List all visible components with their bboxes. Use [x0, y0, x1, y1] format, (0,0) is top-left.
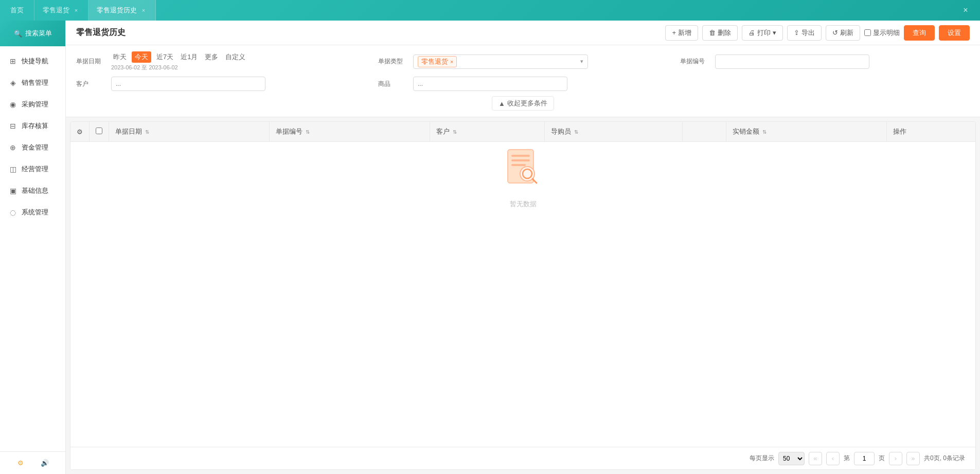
first-page-button[interactable]: «: [809, 452, 822, 465]
export-label: 导出: [801, 28, 815, 38]
date-shortcuts-wrapper: 昨天 今天 近7天 近1月 更多 自定义 2023-06-02 至 2023-0…: [111, 51, 247, 71]
system-icon: ◌: [8, 208, 17, 217]
tab-retail-return-close[interactable]: ×: [73, 7, 80, 14]
doc-type-tag-remove[interactable]: ×: [450, 59, 453, 65]
print-arrow-icon: ▾: [773, 29, 776, 37]
collapse-button[interactable]: ▲ 收起更多条件: [492, 96, 554, 111]
sidebar-item-basic-info-label: 基础信息: [22, 186, 48, 195]
query-button[interactable]: 查询: [904, 25, 935, 41]
next-page-icon: ›: [895, 454, 897, 462]
show-detail-checkbox-wrapper[interactable]: 显示明细: [864, 28, 900, 38]
th-guide-label: 导购员: [551, 127, 571, 135]
sidebar-item-operations[interactable]: ◫ 经营管理: [0, 158, 65, 180]
svg-rect-1: [511, 155, 530, 157]
date-shortcuts: 昨天 今天 近7天 近1月 更多 自定义: [111, 51, 247, 63]
customer-input[interactable]: [111, 77, 265, 91]
purchase-icon: ◉: [8, 100, 17, 109]
th-settings[interactable]: ⚙: [70, 122, 90, 142]
th-customer-label: 客户: [436, 127, 450, 135]
sidebar-item-inventory[interactable]: ⊟ 库存核算: [0, 115, 65, 137]
delete-button[interactable]: 🗑 删除: [702, 25, 738, 41]
tab-retail-return-history-close[interactable]: ×: [140, 7, 147, 14]
filter-area: 单据日期 昨天 今天 近7天 近1月 更多 自定义 2023-06-02 至 2…: [66, 45, 980, 117]
date-shortcut-custom[interactable]: 自定义: [223, 51, 247, 63]
page-label: 页: [879, 454, 885, 463]
date-shortcut-7days[interactable]: 近7天: [154, 51, 175, 63]
last-page-button[interactable]: »: [906, 452, 920, 465]
sidebar-item-system-mgmt[interactable]: ◌ 系统管理: [0, 202, 65, 223]
content-area: 零售退货历史 + 新增 🗑 删除 🖨 打印 ▾ ⇪ 导出: [66, 21, 980, 474]
sidebar-item-finance-label: 资金管理: [22, 143, 48, 152]
column-settings-icon[interactable]: ⚙: [77, 128, 83, 136]
prev-page-button[interactable]: ‹: [826, 452, 840, 465]
sidebar-item-operations-label: 经营管理: [22, 165, 48, 174]
refresh-button[interactable]: ↺ 刷新: [826, 25, 860, 41]
date-shortcut-more[interactable]: 更多: [203, 51, 220, 63]
sidebar-item-purchase-label: 采购管理: [22, 100, 48, 109]
tab-home-label: 首页: [10, 6, 24, 15]
th-doc-date-label: 单据日期: [115, 127, 142, 135]
tab-home[interactable]: 首页: [0, 0, 34, 21]
sidebar: 🔍 搜索菜单 ⊞ 快捷导航 ◈ 销售管理 ◉ 采购管理 ⊟ 库存核算 ⊕ 资金管: [0, 21, 66, 474]
sidebar-item-basic-info[interactable]: ▣ 基础信息: [0, 180, 65, 202]
th-doc-no-label: 单据编号: [276, 127, 302, 135]
print-button[interactable]: 🖨 打印 ▾: [742, 25, 783, 41]
tab-retail-return-label: 零售退货: [43, 6, 69, 15]
page-input[interactable]: [854, 452, 875, 465]
sidebar-search[interactable]: 🔍 搜索菜单: [0, 21, 65, 46]
per-page-select[interactable]: 20 50 100 200: [778, 452, 805, 465]
settings-bottom-button[interactable]: ⚙: [13, 455, 28, 471]
date-filter-field: 单据日期 昨天 今天 近7天 近1月 更多 自定义 2023-06-02 至 2…: [76, 51, 366, 71]
tab-retail-return[interactable]: 零售退货 ×: [34, 0, 88, 21]
date-shortcut-yesterday[interactable]: 昨天: [111, 51, 129, 63]
th-customer[interactable]: 客户 ⇅: [430, 122, 544, 142]
prev-page-icon: ‹: [832, 454, 834, 462]
tab-retail-return-history[interactable]: 零售退货历史 ×: [88, 0, 156, 21]
sales-icon: ◈: [8, 78, 17, 87]
date-filter-label: 单据日期: [76, 57, 107, 66]
show-detail-label: 显示明细: [873, 28, 900, 38]
add-label: 新增: [678, 28, 691, 38]
date-shortcut-1month[interactable]: 近1月: [179, 51, 200, 63]
print-icon: 🖨: [749, 29, 755, 37]
sidebar-item-inventory-label: 库存核算: [22, 121, 48, 131]
collapse-label: 收起更多条件: [507, 99, 547, 108]
th-doc-date[interactable]: 单据日期 ⇅: [109, 122, 270, 142]
doc-type-label: 单据类型: [378, 57, 409, 66]
show-detail-checkbox[interactable]: [864, 29, 871, 36]
empty-state-text: 暂无数据: [510, 199, 537, 209]
empty-state-icon: [497, 142, 549, 193]
th-checkbox[interactable]: [90, 122, 109, 142]
th-doc-no[interactable]: 单据编号 ⇅: [269, 122, 430, 142]
sidebar-item-quick-nav-label: 快捷导航: [22, 57, 48, 66]
th-guide[interactable]: 导购员 ⇅: [545, 122, 683, 142]
operations-icon: ◫: [8, 165, 17, 174]
quick-nav-icon: ⊞: [8, 57, 17, 66]
customer-label: 客户: [76, 80, 107, 88]
date-shortcut-today[interactable]: 今天: [132, 51, 151, 63]
first-page-icon: «: [813, 454, 817, 462]
doc-type-arrow-icon: ▾: [580, 58, 583, 65]
volume-button[interactable]: 🔊: [37, 455, 52, 471]
window-close-button[interactable]: ×: [959, 4, 972, 16]
sidebar-item-finance[interactable]: ⊕ 资金管理: [0, 137, 65, 158]
next-page-button[interactable]: ›: [889, 452, 902, 465]
doc-type-select[interactable]: 零售退货 × ▾: [413, 54, 588, 69]
export-button[interactable]: ⇪ 导出: [787, 25, 822, 41]
page-header: 零售退货历史 + 新增 🗑 删除 🖨 打印 ▾ ⇪ 导出: [66, 21, 980, 45]
sidebar-item-sales-mgmt[interactable]: ◈ 销售管理: [0, 72, 65, 94]
sidebar-item-purchase-mgmt[interactable]: ◉ 采购管理: [0, 94, 65, 115]
goods-input[interactable]: [413, 77, 567, 91]
page-label-pre: 第: [844, 454, 850, 463]
th-actions: 操作: [886, 122, 975, 142]
add-button[interactable]: + 新增: [665, 25, 698, 41]
th-amount[interactable]: 实销金额 ⇅: [726, 122, 887, 142]
select-all-checkbox[interactable]: [96, 127, 102, 134]
sidebar-item-quick-nav[interactable]: ⊞ 快捷导航: [0, 50, 65, 72]
inventory-icon: ⊟: [8, 121, 17, 131]
sidebar-bottom: ⚙ 🔊: [0, 451, 65, 474]
doc-no-input[interactable]: [715, 54, 869, 69]
delete-label: 删除: [718, 28, 731, 38]
settings-button[interactable]: 设置: [939, 25, 970, 41]
add-icon: +: [672, 29, 676, 37]
